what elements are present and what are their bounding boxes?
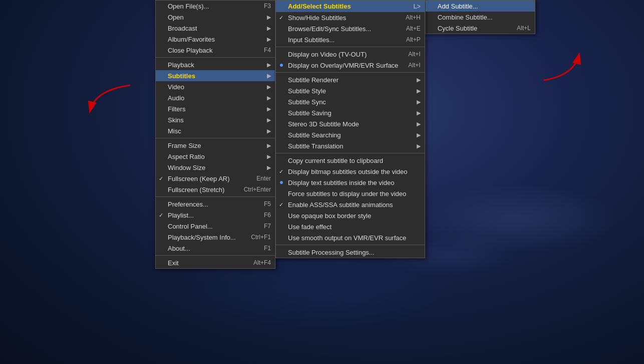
menu-item-display-overlay[interactable]: Display on Overlay/VMR/EVR Surface Alt+I	[276, 60, 425, 71]
menu-item-opaque-box[interactable]: Use opaque box border style	[276, 210, 425, 221]
separator-2	[156, 138, 275, 138]
menu-item-display-tv-out[interactable]: Display on Video (TV-OUT) Alt+I	[276, 49, 425, 60]
menu-item-filters[interactable]: Filters ▶	[156, 103, 275, 114]
menu-item-force-display-under[interactable]: Force subtitles to display under the vid…	[276, 188, 425, 199]
menu-item-subtitles[interactable]: Subtitles ▶	[156, 70, 275, 81]
menu-item-subtitle-translation[interactable]: Subtitle Translation ▶	[276, 140, 425, 151]
subtitles-submenu: Add/Select Subtitles L> ✓ Show/Hide Subt…	[275, 0, 425, 258]
subtitles-header[interactable]: Add/Select Subtitles L>	[276, 1, 425, 12]
left-arrow-decoration	[80, 80, 140, 120]
menu-item-video[interactable]: Video ▶	[156, 81, 275, 92]
menu-item-preferences[interactable]: Preferences... F5	[156, 199, 275, 210]
subtitles-header-shortcut: L>	[413, 3, 420, 10]
menu-system: Open File(s)... F3 Open ▶ Broadcast ▶ Al…	[155, 0, 535, 269]
menu-item-close-playback[interactable]: Close Playback F4	[156, 45, 275, 56]
separator-s2	[276, 72, 425, 73]
menu-item-skins[interactable]: Skins ▶	[156, 114, 275, 125]
menu-item-subtitle-style[interactable]: Subtitle Style ▶	[276, 85, 425, 96]
menu-item-frame-size[interactable]: Frame Size ▶	[156, 140, 275, 151]
menu-item-misc[interactable]: Misc ▶	[156, 125, 275, 136]
menu-item-smooth-output[interactable]: Use smooth output on VMR/EVR surface	[276, 232, 425, 243]
separator-s3	[276, 153, 425, 153]
menu-item-subtitle-searching[interactable]: Subtitle Searching ▶	[276, 129, 425, 140]
menu-item-broadcast[interactable]: Broadcast ▶	[156, 23, 275, 34]
menu-item-enable-ass-ssa[interactable]: ✓ Enable ASS/SSA subtitle animations	[276, 199, 425, 210]
menu-item-fade-effect[interactable]: Use fade effect	[276, 221, 425, 232]
menu-item-playback-system-info[interactable]: Playback/System Info... Ctrl+F1	[156, 232, 275, 243]
separator-3	[156, 197, 275, 197]
menu-item-album[interactable]: Album/Favorites ▶	[156, 34, 275, 45]
menu-item-playlist[interactable]: ✓ Playlist... F6	[156, 210, 275, 221]
menu-item-open-files[interactable]: Open File(s)... F3	[156, 1, 275, 12]
menu-item-audio[interactable]: Audio ▶	[156, 92, 275, 103]
menu-item-playback[interactable]: Playback ▶	[156, 59, 275, 70]
separator-s1	[276, 47, 425, 47]
separator-s4	[276, 245, 425, 245]
subtitles-header-label: Add/Select Subtitles	[288, 3, 351, 10]
menu-item-processing-settings[interactable]: Subtitle Processing Settings...	[276, 247, 425, 258]
menu-item-copy-subtitle[interactable]: Copy current subtitle to clipboard	[276, 155, 425, 166]
menu-item-fullscreen-keep[interactable]: ✓ Fullscreen (Keep AR) Enter	[156, 173, 275, 184]
add-select-subtitles-submenu: Add Subtitle... Combine Subtitle... Cycl…	[425, 0, 535, 34]
menu-item-add-subtitle[interactable]: Add Subtitle...	[426, 1, 535, 12]
menu-item-subtitle-saving[interactable]: Subtitle Saving ▶	[276, 107, 425, 118]
menu-item-combine-subtitle[interactable]: Combine Subtitle...	[426, 12, 535, 23]
right-arrow-decoration	[534, 50, 594, 90]
menu-item-subtitle-sync[interactable]: Subtitle Sync ▶	[276, 96, 425, 107]
menu-item-browse-edit-sync[interactable]: Browse/Edit/Sync Subtitles... Alt+E	[276, 23, 425, 34]
menu-item-cycle-subtitle[interactable]: Cycle Subtitle Alt+L	[426, 23, 535, 34]
menu-item-display-bitmap-outside[interactable]: ✓ Display bitmap subtitles outside the v…	[276, 166, 425, 177]
menu-item-subtitle-renderer[interactable]: Subtitle Renderer ▶	[276, 74, 425, 85]
menu-item-display-text-inside[interactable]: Display text subtitles inside the video	[276, 177, 425, 188]
main-menu: Open File(s)... F3 Open ▶ Broadcast ▶ Al…	[155, 0, 275, 269]
menu-item-about[interactable]: About... F1	[156, 243, 275, 254]
separator-4	[156, 255, 275, 256]
separator-1	[156, 57, 275, 58]
menu-item-exit[interactable]: Exit Alt+F4	[156, 257, 275, 268]
menu-item-input-subtitles[interactable]: Input Subtitles... Alt+P	[276, 34, 425, 45]
menu-item-stereo-3d[interactable]: Stereo 3D Subtitle Mode ▶	[276, 118, 425, 129]
menu-item-aspect-ratio[interactable]: Aspect Ratio ▶	[156, 151, 275, 162]
menu-item-window-size[interactable]: Window Size ▶	[156, 162, 275, 173]
menu-item-open[interactable]: Open ▶	[156, 12, 275, 23]
menu-item-fullscreen-stretch[interactable]: Fullscreen (Stretch) Ctrl+Enter	[156, 184, 275, 195]
menu-item-show-hide-subtitles[interactable]: ✓ Show/Hide Subtitles Alt+H	[276, 12, 425, 23]
menu-item-control-panel[interactable]: Control Panel... F7	[156, 221, 275, 232]
